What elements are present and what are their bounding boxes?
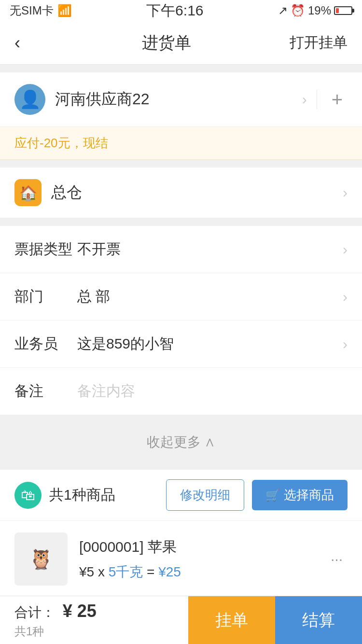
battery-percent: 19% [308, 4, 331, 17]
products-count: 共1种商品 [49, 485, 166, 505]
equals-sign: = [143, 564, 158, 579]
carrier-label: 无SIM卡 [10, 3, 54, 18]
dept-value: 总 部 [77, 287, 343, 307]
warehouse-chevron-icon: › [343, 184, 348, 201]
battery-icon [334, 6, 352, 15]
form-card: 票据类型 不开票 › 部门 总 部 › 业务员 这是859的小智 › 备注 备注… [0, 225, 362, 415]
bottom-bar: 合计： ¥ 25 共1种 挂单 结算 [0, 596, 362, 644]
total-label: 合计： [14, 605, 55, 620]
total-amount: ¥ 25 [63, 601, 97, 621]
warehouse-name: 总仓 [51, 182, 343, 203]
time-label: 下午6:16 [146, 1, 203, 21]
edit-detail-button[interactable]: 修改明细 [166, 479, 244, 511]
warehouse-card: 🏠 总仓 › [0, 168, 362, 218]
wifi-icon: 📶 [57, 4, 72, 17]
total-count: 共1种 [14, 624, 174, 639]
total-section: 合计： ¥ 25 共1种 [0, 601, 188, 639]
select-product-button[interactable]: 🛒 选择商品 [252, 480, 348, 510]
supplier-chevron-icon: › [302, 91, 307, 108]
select-product-label: 选择商品 [284, 487, 334, 504]
product-title: 苹果 [148, 539, 177, 555]
checkout-button[interactable]: 结算 [275, 596, 362, 644]
status-left: 无SIM卡 📶 [10, 3, 72, 18]
status-right: ↗ ⏰ 19% [278, 4, 352, 17]
status-bar: 无SIM卡 📶 下午6:16 ↗ ⏰ 19% [0, 0, 362, 21]
vertical-divider [317, 90, 317, 109]
supplier-avatar: 👤 [14, 84, 45, 115]
products-header: 🛍 共1种商品 修改明细 🛒 选择商品 [0, 470, 362, 520]
content: 👤 河南供应商22 › + 应付-20元，现结 🏠 总仓 › 票据类型 不开票 … [0, 65, 362, 644]
alarm-icon: ⏰ [291, 4, 305, 17]
warehouse-row[interactable]: 🏠 总仓 › [0, 168, 362, 218]
unit-price: ¥5 x [79, 564, 109, 579]
sales-row[interactable]: 业务员 这是859的小智 › [0, 320, 362, 367]
add-supplier-button[interactable]: + [327, 89, 348, 111]
remark-row[interactable]: 备注 备注内容 [0, 367, 362, 415]
person-icon: 👤 [19, 89, 41, 110]
open-hang-button[interactable]: 打开挂单 [290, 33, 348, 53]
supplier-notice: 应付-20元，现结 [0, 127, 362, 160]
supplier-row[interactable]: 👤 河南供应商22 › + [0, 72, 362, 127]
supplier-card: 👤 河南供应商22 › + 应付-20元，现结 [0, 72, 362, 160]
back-button[interactable]: ‹ [14, 33, 43, 53]
supplier-name: 河南供应商22 [55, 89, 302, 110]
page-title: 进货单 [142, 32, 191, 54]
product-thumb-icon: 🦉 [29, 548, 53, 571]
remark-input[interactable]: 备注内容 [77, 381, 348, 401]
invoice-chevron-icon: › [343, 241, 348, 258]
product-thumbnail: 🦉 [14, 532, 68, 586]
hang-button[interactable]: 挂单 [188, 596, 275, 644]
sales-label: 业务员 [14, 334, 77, 354]
total-price: ¥25 [158, 564, 181, 579]
product-info: [0000001] 苹果 ¥5 x 5千克 = ¥25 [79, 537, 326, 581]
dept-label: 部门 [14, 287, 77, 307]
cart-icon: 🛒 [265, 489, 280, 502]
sales-chevron-icon: › [343, 336, 348, 352]
product-price: ¥5 x 5千克 = ¥25 [79, 563, 326, 581]
invoice-label: 票据类型 [14, 239, 77, 259]
dept-row[interactable]: 部门 总 部 › [0, 273, 362, 320]
location-icon: ↗ [278, 4, 288, 17]
product-name: [0000001] 苹果 [79, 537, 326, 557]
home-icon: 🏠 [19, 184, 37, 201]
dept-chevron-icon: › [343, 289, 348, 305]
collapse-bar[interactable]: 收起更多 ∧ [0, 422, 362, 462]
product-code: [0000001] [79, 539, 148, 555]
nav-bar: ‹ 进货单 打开挂单 [0, 21, 362, 65]
sales-value: 这是859的小智 [77, 334, 343, 354]
product-item: 🦉 [0000001] 苹果 ¥5 x 5千克 = ¥25 ··· [0, 520, 362, 597]
product-more-button[interactable]: ··· [326, 546, 348, 572]
invoice-value: 不开票 [77, 239, 343, 259]
remark-label: 备注 [14, 381, 77, 401]
warehouse-icon-bg: 🏠 [14, 179, 42, 206]
shopping-icon: 🛍 [21, 487, 35, 504]
quantity-value: 5千克 [109, 564, 143, 579]
invoice-row[interactable]: 票据类型 不开票 › [0, 225, 362, 273]
products-icon-bg: 🛍 [14, 482, 42, 509]
